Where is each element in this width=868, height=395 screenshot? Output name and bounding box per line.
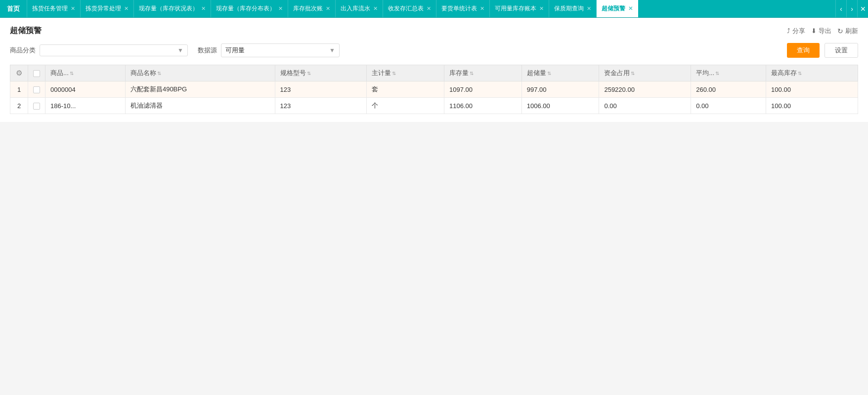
- settings-button[interactable]: 设置: [825, 43, 858, 58]
- export-icon: ⬇: [811, 27, 817, 35]
- row-over: 997.00: [521, 81, 599, 98]
- tab-close-icon[interactable]: ✕: [71, 5, 75, 12]
- tab-label: 可用量库存账本: [495, 4, 536, 13]
- row-avg: 260.00: [691, 81, 766, 98]
- datasource-select[interactable]: 可用量 ▼: [221, 43, 340, 57]
- nav-next-btn[interactable]: ›: [846, 0, 857, 18]
- row-checkbox-cell: [28, 98, 45, 114]
- data-table: ⚙ 商品...⇅ 商品名称⇅ 规格型号⇅ 主计量⇅ 库存量⇅ 超储量⇅ 资金占用…: [10, 65, 858, 114]
- tab-label: 要货单统计表: [441, 4, 477, 13]
- row-unit: 套: [367, 81, 444, 98]
- row-code: 0000004: [45, 81, 126, 98]
- tab-close-icon[interactable]: ✕: [628, 5, 633, 12]
- category-select[interactable]: ▼: [40, 44, 188, 56]
- page-content: 超储预警 ⤴ 分享 ⬇ 导出 ↻ 刷新 商品分类 ▼ 数据源: [0, 18, 868, 122]
- nav-tab-tab-7[interactable]: 收发存汇总表✕: [383, 0, 436, 18]
- sort-icon: ⇅: [157, 71, 161, 76]
- row-checkbox[interactable]: [33, 103, 40, 110]
- row-spec: 123: [275, 98, 367, 114]
- tab-close-icon[interactable]: ✕: [539, 5, 544, 12]
- nav-prev-btn[interactable]: ‹: [835, 0, 846, 18]
- tab-label: 保质期查询: [554, 4, 584, 13]
- tab-close-icon[interactable]: ✕: [373, 5, 378, 12]
- gear-icon[interactable]: ⚙: [15, 69, 23, 78]
- nav-tab-tab-2[interactable]: 拣货异常处理✕: [81, 0, 134, 18]
- sort-icon: ⇅: [798, 71, 802, 76]
- nav-tab-tab-5[interactable]: 库存批次账✕: [288, 0, 336, 18]
- nav-tab-tab-1[interactable]: 拣货任务管理✕: [27, 0, 81, 18]
- tab-close-icon[interactable]: ✕: [326, 5, 330, 12]
- sort-icon: ⇅: [547, 71, 551, 76]
- share-label: 分享: [792, 27, 805, 36]
- nav-home[interactable]: 首页: [0, 0, 27, 18]
- category-label: 商品分类: [10, 46, 36, 55]
- col-capital-header: 资金占用⇅: [599, 65, 691, 81]
- sort-icon: ⇅: [70, 71, 74, 76]
- tab-label: 现存量（库存状况表）: [139, 4, 198, 13]
- nav-tab-tab-10[interactable]: 保质期查询✕: [549, 0, 597, 18]
- share-button[interactable]: ⤴ 分享: [787, 27, 805, 36]
- row-num: 2: [10, 98, 28, 114]
- row-checkbox[interactable]: [33, 86, 40, 93]
- row-capital: 0.00: [599, 98, 691, 114]
- tab-close-icon[interactable]: ✕: [427, 5, 431, 12]
- nav-tab-tab-3[interactable]: 现存量（库存状况表）✕: [134, 0, 211, 18]
- nav-tab-tab-8[interactable]: 要货单统计表✕: [436, 0, 490, 18]
- header-actions: ⤴ 分享 ⬇ 导出 ↻ 刷新: [787, 27, 858, 36]
- page-title: 超储预警: [10, 26, 42, 36]
- tab-label: 现存量（库存分布表）: [216, 4, 275, 13]
- tab-close-icon[interactable]: ✕: [201, 5, 206, 12]
- datasource-label: 数据源: [198, 46, 217, 55]
- share-icon: ⤴: [787, 27, 790, 35]
- datasource-value: 可用量: [225, 46, 245, 55]
- tab-label: 超储预警: [602, 4, 625, 13]
- tab-label: 拣货异常处理: [86, 4, 121, 13]
- tab-close-icon[interactable]: ✕: [587, 5, 591, 12]
- row-maxstock: 100.00: [766, 81, 858, 98]
- nav-tab-tab-4[interactable]: 现存量（库存分布表）✕: [211, 0, 288, 18]
- sort-icon: ⇅: [631, 71, 635, 76]
- filter-row: 商品分类 ▼ 数据源 可用量 ▼ 查询 设置: [10, 43, 858, 58]
- row-num: 1: [10, 81, 28, 98]
- row-name: 机油滤清器: [125, 98, 275, 114]
- refresh-button[interactable]: ↻ 刷新: [837, 27, 858, 36]
- refresh-label: 刷新: [845, 27, 858, 36]
- col-checkbox-header: [28, 65, 45, 81]
- col-code-header: 商品...⇅: [45, 65, 126, 81]
- query-button[interactable]: 查询: [787, 43, 820, 58]
- row-code: 186-10...: [45, 98, 126, 114]
- row-stock: 1097.00: [444, 81, 522, 98]
- row-unit: 个: [367, 98, 444, 114]
- tab-label: 出入库流水: [341, 4, 370, 13]
- tab-close-icon[interactable]: ✕: [480, 5, 484, 12]
- select-all-checkbox[interactable]: [33, 70, 40, 77]
- sort-icon: ⇅: [307, 71, 311, 76]
- category-filter: 商品分类 ▼: [10, 44, 188, 56]
- datasource-filter: 数据源 可用量 ▼: [198, 43, 340, 57]
- tab-label: 收发存汇总表: [388, 4, 424, 13]
- tab-label: 库存批次账: [293, 4, 323, 13]
- col-spec-header: 规格型号⇅: [275, 65, 367, 81]
- tab-close-icon[interactable]: ✕: [278, 5, 283, 12]
- export-label: 导出: [819, 27, 831, 36]
- nav-tab-tab-9[interactable]: 可用量库存账本✕: [490, 0, 549, 18]
- tab-label: 拣货任务管理: [32, 4, 68, 13]
- export-button[interactable]: ⬇ 导出: [811, 27, 831, 36]
- category-chevron-icon: ▼: [177, 47, 183, 54]
- nav-tab-tab-11[interactable]: 超储预警✕: [597, 0, 638, 18]
- nav-close-btn[interactable]: ✕: [857, 0, 868, 18]
- row-name: 六配套新昌490BPG: [125, 81, 275, 98]
- refresh-icon: ↻: [837, 27, 843, 35]
- col-unit-header: 主计量⇅: [367, 65, 444, 81]
- col-avg-header: 平均...⇅: [691, 65, 766, 81]
- datasource-chevron-icon: ▼: [329, 47, 335, 54]
- row-checkbox-cell: [28, 81, 45, 98]
- row-spec: 123: [275, 81, 367, 98]
- row-stock: 1106.00: [444, 98, 522, 114]
- table-row: 2 186-10... 机油滤清器 123 个 1106.00 1006.00 …: [10, 98, 858, 114]
- nav-tab-tab-6[interactable]: 出入库流水✕: [336, 0, 383, 18]
- table-header-row: ⚙ 商品...⇅ 商品名称⇅ 规格型号⇅ 主计量⇅ 库存量⇅ 超储量⇅ 资金占用…: [10, 65, 858, 81]
- top-nav: 首页 拣货任务管理✕拣货异常处理✕现存量（库存状况表）✕现存量（库存分布表）✕库…: [0, 0, 868, 18]
- table-row: 1 0000004 六配套新昌490BPG 123 套 1097.00 997.…: [10, 81, 858, 98]
- tab-close-icon[interactable]: ✕: [124, 5, 129, 12]
